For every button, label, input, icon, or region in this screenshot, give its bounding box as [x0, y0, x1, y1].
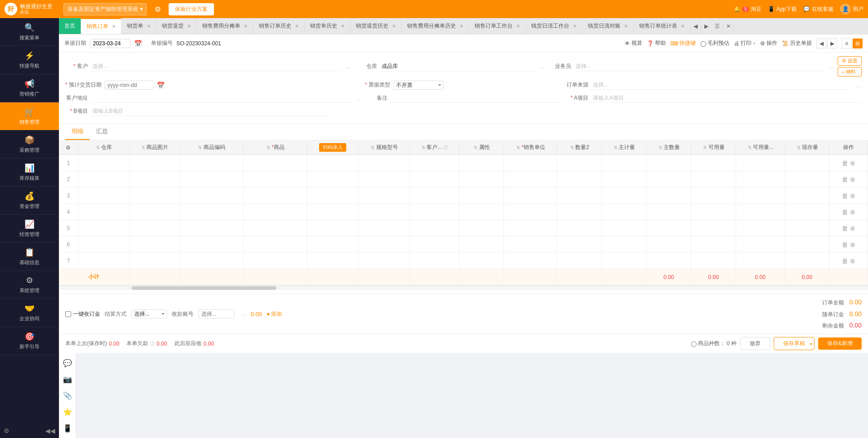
row-warehouse-4[interactable]: [78, 204, 129, 220]
col-avail[interactable]: ⇅ 可用量: [691, 140, 736, 155]
row-attr-2[interactable]: [459, 171, 504, 188]
tab-close-sales-order[interactable]: ✕: [112, 24, 116, 29]
order-source-input[interactable]: [591, 80, 852, 90]
row-product-4[interactable]: [243, 204, 307, 220]
tab-close-order-history[interactable]: ✕: [295, 24, 299, 29]
row-warehouse-1[interactable]: [78, 155, 129, 171]
tab-close-stats[interactable]: ✕: [681, 24, 684, 29]
row-unit-3[interactable]: [504, 188, 557, 204]
user-item[interactable]: 👤 用户: [840, 4, 863, 14]
row-product-7[interactable]: [243, 253, 307, 269]
settings-btn[interactable]: ⚙ 设置: [838, 56, 862, 66]
collapse-icon[interactable]: ◀◀: [45, 427, 55, 434]
scan-button[interactable]: 扫码录入: [319, 143, 346, 152]
save-new-button[interactable]: 保存&新增: [818, 337, 862, 350]
row-code-7[interactable]: [179, 253, 243, 269]
calendar-icon[interactable]: 📅: [134, 40, 142, 47]
app-download-item[interactable]: 📱 App下载: [768, 5, 797, 13]
payment-select[interactable]: 选择...: [131, 309, 167, 318]
row-customer-5[interactable]: [409, 220, 459, 236]
operate-action[interactable]: ⚙ 操作: [760, 39, 777, 47]
row-unit-4[interactable]: [504, 204, 557, 220]
view-action[interactable]: 👁 视算: [625, 39, 642, 47]
col-img[interactable]: ⇅ 商品图片: [129, 140, 179, 155]
row-code-6[interactable]: [179, 236, 243, 253]
row-qty2-2[interactable]: [557, 171, 602, 188]
row-customer-3[interactable]: [409, 188, 459, 204]
row-qty2-6[interactable]: [557, 236, 602, 253]
tab-order-history[interactable]: 销售订单历史 ✕: [253, 18, 305, 34]
delivery-date-input[interactable]: [104, 81, 154, 90]
row-main-qty-4[interactable]: [646, 204, 691, 220]
col-main-qty[interactable]: ⇅ 主数量: [646, 140, 691, 155]
sidebar-item-purchase[interactable]: 📦 采购管理: [0, 130, 59, 159]
history-action[interactable]: 📜 历史单据: [782, 39, 812, 47]
form-view-btn[interactable]: ⊞: [853, 39, 863, 48]
row-unit-1[interactable]: [504, 155, 557, 171]
copy-icon-5[interactable]: ⊕: [850, 225, 855, 232]
row-customer-6[interactable]: [409, 236, 459, 253]
row-attr-6[interactable]: [459, 236, 504, 253]
add-goods-btn[interactable]: + 物料: [838, 67, 862, 77]
app-selector[interactable]: 装备及固定资产辅助管理系统 ▾: [63, 3, 147, 15]
address-more-btn[interactable]: …: [356, 95, 361, 101]
row-product-3[interactable]: [243, 188, 307, 204]
row-product-6[interactable]: [243, 236, 307, 253]
row-customer-7[interactable]: [409, 253, 459, 269]
row-main-qty-5[interactable]: [646, 220, 691, 236]
tab-close-reconcile[interactable]: ✕: [624, 24, 628, 29]
sidebar-item-search[interactable]: 🔍 搜索菜单: [0, 18, 59, 46]
delete-icon-6[interactable]: 🗑: [842, 241, 848, 248]
tab-close-shipment-history[interactable]: ✕: [341, 24, 344, 29]
row-qty2-3[interactable]: [557, 188, 602, 204]
col-warehouse[interactable]: ⇅ 仓库: [78, 140, 129, 155]
col-settings[interactable]: ⚙: [59, 140, 78, 155]
row-customer-4[interactable]: [409, 204, 459, 220]
row-attr-3[interactable]: [459, 188, 504, 204]
row-customer-2[interactable]: [409, 171, 459, 188]
a-project-input[interactable]: [591, 93, 862, 103]
detail-tab-detail[interactable]: 明细: [65, 124, 90, 140]
right-camera-icon[interactable]: 📷: [61, 373, 74, 385]
row-code-4[interactable]: [179, 204, 243, 220]
tab-reconcile[interactable]: 钱货日清对账 ✕: [582, 18, 634, 34]
row-warehouse-5[interactable]: [78, 220, 129, 236]
row-qty2-4[interactable]: [557, 204, 602, 220]
row-code-5[interactable]: [179, 220, 243, 236]
row-main-qty-2[interactable]: [646, 171, 691, 188]
next-record-btn[interactable]: ▶: [827, 39, 837, 48]
staff-input[interactable]: [574, 62, 824, 71]
row-attr-1[interactable]: [459, 155, 504, 171]
sidebar-item-basic[interactable]: 📋 基础信息: [0, 243, 59, 271]
right-barcode-icon[interactable]: 📱: [61, 422, 74, 434]
row-qty2-7[interactable]: [557, 253, 602, 269]
customer-more-btn[interactable]: …: [345, 63, 351, 70]
add-btn[interactable]: ● 添加: [267, 310, 281, 318]
col-unit[interactable]: ⇅ *销售单位: [504, 140, 557, 155]
tab-close-return[interactable]: ✕: [187, 24, 191, 29]
tab-close-shipment[interactable]: ✕: [147, 24, 150, 29]
row-spec-4[interactable]: [358, 204, 409, 220]
staff-more-btn[interactable]: …: [829, 63, 834, 70]
prev-record-btn[interactable]: ◀: [816, 39, 826, 48]
row-code-1[interactable]: [179, 155, 243, 171]
tab-prev-btn[interactable]: ◀: [690, 18, 701, 34]
one-click-checkbox-label[interactable]: 一键收订金: [65, 310, 100, 318]
delete-icon-1[interactable]: 🗑: [842, 159, 848, 167]
right-attachment-icon[interactable]: 📎: [61, 389, 74, 402]
scrollbar-track[interactable]: [59, 285, 868, 290]
account-more-btn[interactable]: …: [241, 311, 246, 317]
solution-button[interactable]: 体验行业方案: [169, 3, 214, 15]
invoice-select[interactable]: 不开票 增值税普通发票 增值税专用发票: [393, 81, 444, 90]
discard-button[interactable]: 放弃: [740, 337, 770, 350]
sidebar-item-guide[interactable]: 🎯 新手引导: [0, 327, 59, 355]
print-action[interactable]: 🖨 打印 ▾: [734, 39, 756, 47]
sidebar-item-enterprise[interactable]: 🤝 企业协同: [0, 299, 59, 327]
col-main-unit[interactable]: ⇅ 主计量: [601, 140, 646, 155]
date-input[interactable]: [90, 39, 131, 48]
notification-item[interactable]: 🔔 9 淘豆: [734, 5, 761, 13]
row-warehouse-6[interactable]: [78, 236, 129, 253]
row-spec-2[interactable]: [358, 171, 409, 188]
col-customer[interactable]: ⇅ 客户... ⓘ: [409, 140, 459, 155]
row-main-qty-3[interactable]: [646, 188, 691, 204]
